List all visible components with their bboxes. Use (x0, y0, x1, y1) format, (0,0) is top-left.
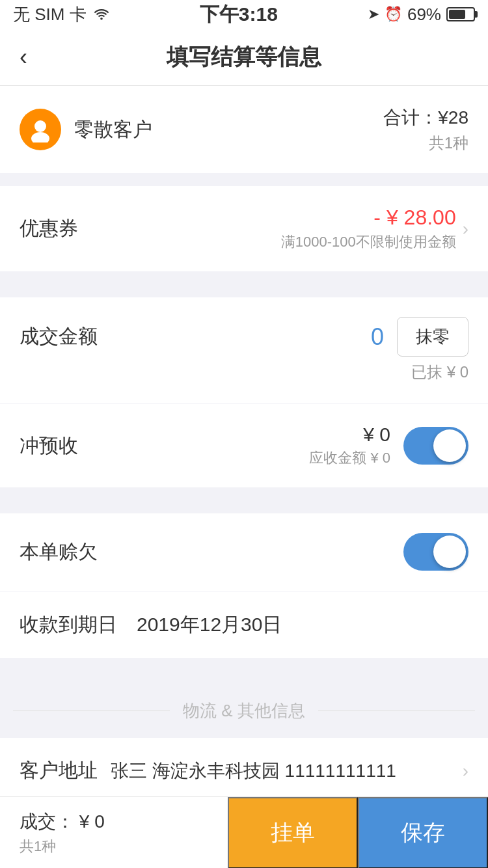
svg-point-0 (34, 120, 46, 132)
address-section: 客户地址 张三 海淀永丰科技园 11111111111 › (0, 738, 488, 804)
debt-row: 本单赊欠 (0, 513, 488, 590)
bottom-deal-amount: 成交： ¥ 0 (20, 809, 208, 834)
coupon-section: 优惠券 - ¥ 28.00 满1000-100不限制使用金额 › (0, 186, 488, 271)
deal-amount-section: 成交金额 0 抹零 已抹 ¥ 0 冲预收 ¥ 0 应收金额 ¥ 0 (0, 297, 488, 487)
status-left: 无 SIM 卡 (13, 3, 110, 26)
status-bar: 无 SIM 卡 下午3:18 ➤ ⏰ 69% (0, 0, 488, 29)
chevron-right-icon: › (463, 219, 468, 239)
bottom-deal-label: 成交： (20, 811, 74, 832)
customer-row: 零散客户 合计：¥28 共1种 (0, 86, 488, 173)
deal-row: 成交金额 0 抹零 (20, 317, 468, 357)
save-button[interactable]: 保存 (358, 797, 488, 869)
coupon-label: 优惠券 (20, 215, 78, 242)
page-title: 填写结算等信息 (167, 42, 321, 72)
deal-amount-row: 成交金额 0 抹零 已抹 ¥ 0 (0, 297, 488, 402)
section-divider-3 (0, 671, 488, 684)
logistics-line-left (13, 711, 170, 711)
debt-label: 本单赊欠 (20, 539, 98, 565)
prereceive-row: 冲预收 ¥ 0 应收金额 ¥ 0 (0, 403, 488, 487)
battery-icon (446, 7, 475, 21)
logistics-divider: 物流 & 其他信息 (0, 684, 488, 738)
debt-section: 本单赊欠 收款到期日 2019年12月30日 (0, 513, 488, 658)
bottom-info: 成交： ¥ 0 共1种 (0, 809, 228, 856)
customer-name: 零散客户 (74, 116, 152, 143)
prereceive-label: 冲预收 (20, 433, 78, 459)
customer-total: 合计：¥28 (383, 105, 468, 130)
prereceive-amount: ¥ 0 (309, 424, 390, 446)
coupon-row[interactable]: 优惠券 - ¥ 28.00 满1000-100不限制使用金额 › (0, 186, 488, 271)
status-right: ➤ ⏰ 69% (368, 5, 475, 25)
duedate-value: 2019年12月30日 (137, 612, 282, 638)
coupon-desc: 满1000-100不限制使用金额 (281, 232, 456, 252)
bottom-bar: 成交： ¥ 0 共1种 挂单 保存 (0, 796, 488, 868)
debt-toggle[interactable] (403, 533, 468, 571)
content-area: 零散客户 合计：¥28 共1种 优惠券 - ¥ 28.00 满1000-100不… (0, 86, 488, 868)
address-value: 张三 海淀永丰科技园 11111111111 (111, 759, 463, 783)
customer-section: 零散客户 合计：¥28 共1种 (0, 86, 488, 173)
bottom-count: 共1种 (20, 837, 208, 856)
prereceive-info: ¥ 0 应收金额 ¥ 0 (309, 424, 390, 468)
coupon-info: - ¥ 28.00 满1000-100不限制使用金额 (281, 206, 456, 252)
customer-left: 零散客户 (20, 109, 152, 150)
already-erased: 已抹 ¥ 0 (20, 362, 468, 383)
customer-count: 共1种 (383, 133, 468, 154)
prereceive-right: ¥ 0 应收金额 ¥ 0 (309, 424, 468, 468)
customer-total-area: 合计：¥28 共1种 (383, 105, 468, 154)
round-zero-button[interactable]: 抹零 (397, 317, 468, 357)
coupon-amount: - ¥ 28.00 (281, 206, 456, 230)
logistics-line-right (318, 711, 475, 711)
deal-amount-label: 成交金额 (20, 323, 98, 350)
debt-toggle-knob (433, 536, 466, 568)
back-button[interactable]: ‹ (20, 44, 27, 71)
section-divider-2 (0, 500, 488, 513)
status-time: 下午3:18 (200, 1, 278, 28)
svg-point-1 (31, 132, 49, 142)
duedate-label: 收款到期日 (20, 612, 117, 638)
prereceive-receivable: 应收金额 ¥ 0 (309, 448, 390, 468)
bottom-deal-value: ¥ 0 (79, 811, 105, 832)
wifi-icon (93, 5, 110, 25)
address-chevron-icon: › (463, 761, 468, 781)
toggle-knob (433, 429, 466, 462)
deal-amount-value[interactable]: 0 (371, 323, 384, 351)
section-divider-1 (0, 284, 488, 297)
deal-right: 0 抹零 (371, 317, 468, 357)
address-label: 客户地址 (20, 757, 98, 784)
duedate-row: 收款到期日 2019年12月30日 (0, 591, 488, 658)
customer-avatar (20, 109, 61, 150)
carrier-text: 无 SIM 卡 (13, 3, 87, 26)
alarm-icon: ⏰ (385, 6, 402, 23)
address-row[interactable]: 客户地址 张三 海淀永丰科技园 11111111111 › (0, 738, 488, 804)
logistics-text: 物流 & 其他信息 (183, 699, 305, 722)
location-icon: ➤ (368, 6, 379, 23)
prereceive-toggle[interactable] (403, 427, 468, 465)
nav-bar: ‹ 填写结算等信息 (0, 29, 488, 86)
battery-percent: 69% (407, 5, 441, 25)
pending-button[interactable]: 挂单 (228, 797, 358, 869)
coupon-right: - ¥ 28.00 满1000-100不限制使用金额 › (281, 206, 468, 252)
